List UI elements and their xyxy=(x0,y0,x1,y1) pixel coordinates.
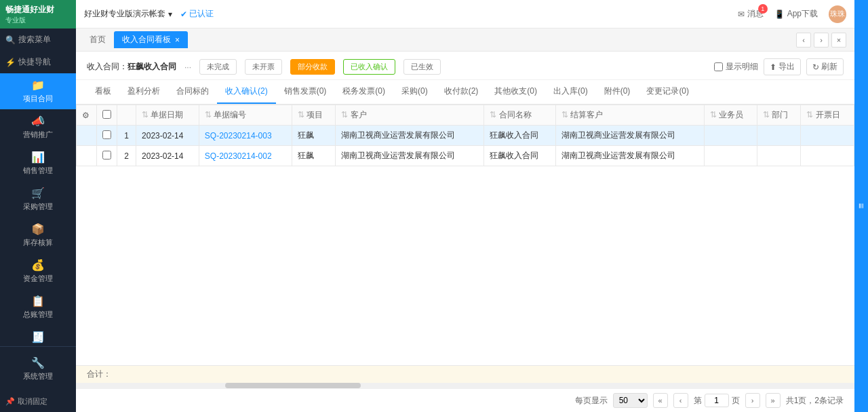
scrollbar-thumb[interactable] xyxy=(225,383,361,388)
message-badge: 1 xyxy=(758,4,768,14)
cell-code-1[interactable]: SQ-20230214-003 xyxy=(199,126,292,146)
status-confirmed-button[interactable]: 已收入确认 xyxy=(343,59,395,75)
app-download-label: App下载 xyxy=(787,8,818,20)
pagination-last-button[interactable]: » xyxy=(766,393,781,408)
tab-tax-invoice[interactable]: 税务发票(0) xyxy=(334,80,393,104)
cell-check-1[interactable] xyxy=(97,126,117,146)
sidebar-item-purchase[interactable]: 🛒 采购管理 xyxy=(0,181,76,217)
tab-board[interactable]: 看板 xyxy=(87,80,119,104)
sidebar-item-inventory[interactable]: 📦 库存核算 xyxy=(0,217,76,253)
show-detail-label: 显示明细 xyxy=(726,61,758,73)
tab-change-log[interactable]: 变更记录(0) xyxy=(638,80,697,104)
status-incomplete-button[interactable]: 未完成 xyxy=(199,59,237,75)
contract-more-button[interactable]: ··· xyxy=(184,62,191,72)
tab-warehouse[interactable]: 出入库(0) xyxy=(545,80,596,104)
sidebar-unpin-button[interactable]: 📌 取消固定 xyxy=(0,391,76,412)
tab-close-icon[interactable]: × xyxy=(175,35,180,45)
link-code-2[interactable]: SQ-20230214-002 xyxy=(205,151,272,161)
tab-other-income[interactable]: 其他收支(0) xyxy=(486,80,545,104)
th-check[interactable] xyxy=(97,105,117,126)
tab-profit[interactable]: 盈利分析 xyxy=(119,80,168,104)
page-suffix: 页 xyxy=(732,395,740,407)
sidebar: 畅捷通好业财 专业版 🔍 搜索菜单 ⚡ 快捷导航 📁 项目合同 📣 营销推广 📊… xyxy=(0,0,76,412)
horizontal-scrollbar[interactable] xyxy=(76,383,854,388)
status-effective-button[interactable]: 已生效 xyxy=(403,59,441,75)
th-salesperson[interactable]: ⇅ 业务员 xyxy=(704,105,757,126)
show-detail-checkbox[interactable]: 显示明细 xyxy=(714,61,758,73)
export-label: 导出 xyxy=(778,61,795,73)
tab-contract-target[interactable]: 合同标的 xyxy=(168,80,217,104)
th-date[interactable]: ⇅ 单据日期 xyxy=(136,105,199,126)
sidebar-item-project[interactable]: 📁 项目合同 xyxy=(0,73,76,109)
sidebar-item-invoice-mgmt[interactable]: 🧾 发票管理 xyxy=(0,325,76,346)
page-number-input[interactable] xyxy=(705,394,729,407)
pagination-first-button[interactable]: « xyxy=(653,393,668,408)
funds-icon: 💰 xyxy=(31,259,45,271)
sidebar-item-marketing[interactable]: 📣 营销推广 xyxy=(0,109,76,145)
table-footer: 合计： xyxy=(76,365,854,383)
sidebar-item-inventory-label: 库存核算 xyxy=(23,238,53,248)
tab-prev-button[interactable]: ‹ xyxy=(796,33,811,48)
show-detail-input[interactable] xyxy=(714,62,723,71)
close-window-icon: × xyxy=(837,36,841,44)
th-project[interactable]: ⇅ 项目 xyxy=(292,105,335,126)
th-contract-name[interactable]: ⇅ 合同名称 xyxy=(484,105,555,126)
th-code[interactable]: ⇅ 单据编号 xyxy=(199,105,292,126)
message-button[interactable]: ✉ 1 消息 xyxy=(738,8,764,20)
per-page-select[interactable]: 50 100 xyxy=(613,393,648,408)
logo-text: 畅捷通好业财 xyxy=(5,4,54,16)
th-settings[interactable]: ⚙ xyxy=(77,105,97,126)
home-tab[interactable]: 首页 xyxy=(84,34,111,45)
cell-end-customer-1: 湖南卫视商业运营发展有限公司 xyxy=(555,126,704,146)
tab-revenue-confirm[interactable]: 收入确认(2) xyxy=(217,80,276,104)
sidebar-quick-nav[interactable]: ⚡ 快捷导航 xyxy=(0,51,76,73)
first-icon: « xyxy=(658,396,663,405)
tabbar-nav: ‹ › × xyxy=(796,33,846,48)
cell-code-2[interactable]: SQ-20230214-002 xyxy=(199,146,292,166)
sidebar-item-system[interactable]: 🔧 系统管理 xyxy=(0,351,76,387)
right-side-panel[interactable]: ≡ xyxy=(854,0,868,412)
cell-salesperson-1 xyxy=(704,126,757,146)
sidebar-item-system-label: 系统管理 xyxy=(23,371,53,381)
row-check-2[interactable] xyxy=(102,151,111,160)
sidebar-items-container: 📁 项目合同 📣 营销推广 📊 销售管理 🛒 采购管理 📦 库存核算 💰 资金管… xyxy=(0,73,76,346)
th-end-customer[interactable]: ⇅ 结算客户 xyxy=(555,105,704,126)
sidebar-item-ledger[interactable]: 📋 总账管理 xyxy=(0,289,76,325)
cell-department-2 xyxy=(757,146,801,166)
tab-close-window-button[interactable]: × xyxy=(831,33,846,48)
th-customer[interactable]: ⇅ 客户 xyxy=(336,105,484,126)
sort-project-icon: ⇅ xyxy=(298,110,304,119)
company-selector[interactable]: 好业财专业版演示帐套 ▾ xyxy=(84,8,172,20)
sidebar-item-project-label: 项目合同 xyxy=(23,94,53,104)
link-code-1[interactable]: SQ-20230214-003 xyxy=(205,131,272,141)
pagination-next-button[interactable]: › xyxy=(745,393,760,408)
th-invoice-date[interactable]: ⇅ 开票日 xyxy=(801,105,854,126)
pagination-prev-button[interactable]: ‹ xyxy=(673,393,688,408)
cell-end-customer-2: 湖南卫视商业运营发展有限公司 xyxy=(555,146,704,166)
user-profile[interactable]: 珠珠 xyxy=(829,5,846,23)
status-no-invoice-button[interactable]: 未开票 xyxy=(245,59,282,75)
tab-sales-invoice[interactable]: 销售发票(0) xyxy=(276,80,335,104)
contract-tab[interactable]: 收入合同看板 × xyxy=(114,31,188,48)
table-row[interactable]: 2 2023-02-14 SQ-20230214-002 狂飙 湖南卫视商业运营… xyxy=(77,146,854,166)
sidebar-search[interactable]: 🔍 搜索菜单 xyxy=(0,29,76,51)
sidebar-item-sales[interactable]: 📊 销售管理 xyxy=(0,145,76,181)
th-department[interactable]: ⇅ 部门 xyxy=(757,105,801,126)
select-all-checkbox[interactable] xyxy=(102,110,111,119)
sidebar-item-funds[interactable]: 💰 资金管理 xyxy=(0,253,76,289)
detail-tabs: 看板 盈利分析 合同标的 收入确认(2) 销售发票(0) 税务发票(0) 采购(… xyxy=(76,80,854,105)
system-icon: 🔧 xyxy=(31,356,45,369)
tab-purchase[interactable]: 采购(0) xyxy=(393,80,436,104)
status-partial-button[interactable]: 部分收款 xyxy=(290,59,335,75)
row-check-1[interactable] xyxy=(102,130,111,139)
table-row[interactable]: 1 2023-02-14 SQ-20230214-003 狂飙 湖南卫视商业运营… xyxy=(77,126,854,146)
refresh-button[interactable]: ↻ 刷新 xyxy=(806,58,844,75)
tab-next-button[interactable]: › xyxy=(814,33,829,48)
cell-check-2[interactable] xyxy=(97,146,117,166)
tab-payment[interactable]: 收付款(2) xyxy=(436,80,487,104)
topbar-right: ✉ 1 消息 📱 App下载 珠珠 xyxy=(738,5,846,23)
export-button[interactable]: ⬆ 导出 xyxy=(764,58,801,75)
tabbar: 首页 收入合同看板 × ‹ › × xyxy=(76,29,854,52)
tab-attachment[interactable]: 附件(0) xyxy=(596,80,639,104)
app-download-button[interactable]: 📱 App下载 xyxy=(774,8,818,20)
